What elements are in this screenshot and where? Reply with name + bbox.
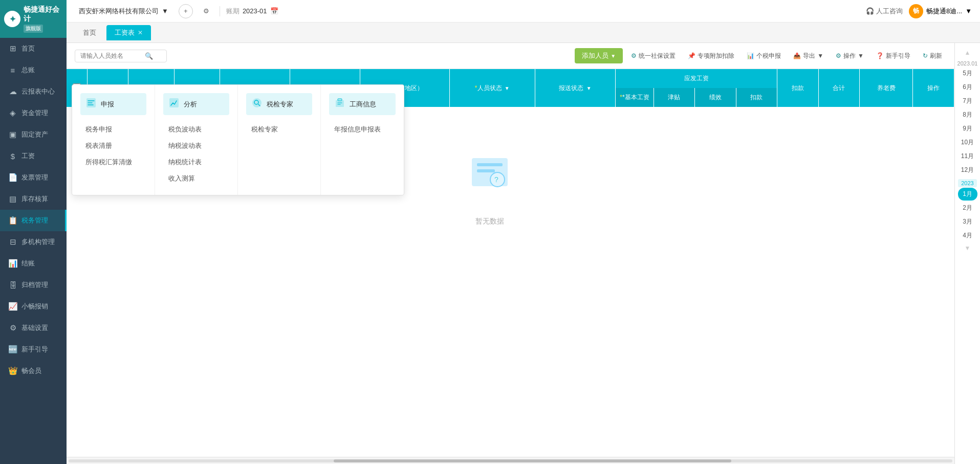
sidebar-item-salary[interactable]: $ 工资: [0, 145, 67, 167]
menu-section-tax-expert: 税检专家 税检专家: [238, 85, 321, 195]
operation-button[interactable]: ⚙ 操作 ▼: [832, 50, 868, 62]
status-label: 人员状态: [477, 84, 502, 92]
social-security-button[interactable]: ⚙ 统一社保设置: [627, 50, 680, 62]
tax-return-button[interactable]: 📊 个税申报: [743, 50, 785, 62]
header-performance: 绩效: [695, 88, 736, 107]
home-icon: ⊞: [8, 44, 17, 53]
menu-item-tax-declaration[interactable]: 税务申报: [80, 121, 146, 138]
empty-text: 暂无数据: [475, 217, 504, 226]
tabbar: 首页 工资表 ✕: [67, 23, 980, 43]
sidebar-item-cloud-report[interactable]: ☁ 云报表中心: [0, 81, 67, 102]
month-item-1[interactable]: 1月: [958, 188, 977, 201]
menu-item-tax-table[interactable]: 税表清册: [80, 138, 146, 154]
income-estimate-label: 收入测算: [168, 174, 195, 182]
allowance-label: 津贴: [668, 94, 680, 101]
month-item-9[interactable]: 9月: [958, 122, 977, 135]
svg-rect-6: [169, 98, 179, 107]
sidebar-item-xiao-report[interactable]: 📈 小畅报销: [0, 296, 67, 317]
sidebar-item-basic[interactable]: ⚙ 基础设置: [0, 317, 67, 339]
social-security-icon: ⚙: [631, 52, 637, 59]
month-item-11[interactable]: 11月: [958, 150, 977, 163]
company-dropdown-icon: ▼: [162, 7, 168, 15]
tax-expert-header: 税检专家: [246, 93, 312, 115]
operation-label: 操作: [843, 52, 856, 60]
settle-icon: 📊: [8, 259, 17, 268]
tax-settlement-label: 所得税汇算清缴: [85, 158, 132, 166]
header-allowance: 津贴: [654, 88, 695, 107]
user-menu[interactable]: 畅 畅捷通8迪... ▼: [909, 4, 972, 18]
menu-item-tax-settlement[interactable]: 所得税汇算清缴: [80, 154, 146, 170]
sidebar-item-invoice[interactable]: 📄 发票管理: [0, 167, 67, 188]
menu-item-payment-fluctuation[interactable]: 纳税波动表: [163, 138, 229, 154]
social-label: 养老费: [877, 84, 896, 92]
special-deduction-icon: 📌: [688, 52, 695, 59]
add-person-dropdown-icon: ▼: [611, 53, 616, 59]
sidebar-item-ledger[interactable]: ≡ 总账: [0, 59, 67, 81]
header-report-status[interactable]: 报送状态 ▼: [535, 69, 616, 107]
action-label: 操作: [927, 84, 940, 92]
sidebar-item-guide[interactable]: 🆕 新手引导: [0, 339, 67, 360]
sidebar-item-salary-label: 工资: [21, 151, 35, 161]
tab-close-icon[interactable]: ✕: [138, 29, 143, 36]
scroll-up-button[interactable]: ▲: [963, 47, 973, 58]
menu-item-payment-stats[interactable]: 纳税统计表: [163, 154, 229, 170]
add-person-button[interactable]: 添加人员 ▼: [575, 48, 623, 63]
sidebar-item-multi-org[interactable]: ⊟ 多机构管理: [0, 231, 67, 253]
tab-salary[interactable]: 工资表 ✕: [106, 25, 151, 40]
menu-item-annual-report[interactable]: 年报信息申报表: [329, 121, 396, 138]
user-dropdown-icon: ▼: [965, 7, 972, 15]
month-item-2[interactable]: 2月: [958, 202, 977, 214]
cloud-icon: ☁: [8, 87, 17, 96]
sidebar-item-basic-label: 基础设置: [21, 323, 48, 333]
help-button[interactable]: 🎧 人工咨询: [866, 7, 903, 16]
horizontal-scrollbar[interactable]: [67, 457, 954, 464]
header-status[interactable]: *人员状态 ▼: [449, 69, 535, 107]
org-icon: ⊟: [8, 237, 17, 247]
sidebar-item-ledger-label: 总账: [21, 65, 35, 75]
menu-section-analysis: 分析 税负波动表 纳税波动表 纳税统计表 收入测算: [155, 85, 238, 195]
sidebar-item-settle[interactable]: 📊 结账: [0, 253, 67, 274]
refresh-button[interactable]: ↻ 刷新: [919, 50, 946, 62]
report-status-filter-icon[interactable]: ▼: [586, 85, 592, 91]
special-deduction-button[interactable]: 📌 专项附加扣除: [684, 50, 738, 62]
search-input-wrapper[interactable]: 🔍: [75, 50, 167, 62]
month-item-8[interactable]: 8月: [958, 108, 977, 121]
tax-icon: 📋: [8, 216, 17, 225]
month-item-10[interactable]: 10月: [958, 136, 977, 149]
status-filter-icon[interactable]: ▼: [505, 85, 510, 91]
menu-item-tax-fluctuation[interactable]: 税负波动表: [163, 121, 229, 138]
sidebar-item-inventory[interactable]: ▤ 库存核算: [0, 188, 67, 210]
calendar-icon[interactable]: 📅: [270, 7, 278, 15]
tab-home[interactable]: 首页: [75, 25, 104, 40]
month-item-12[interactable]: 12月: [958, 164, 977, 176]
add-company-button[interactable]: +: [179, 4, 193, 18]
empty-icon: ?: [464, 148, 515, 209]
sidebar: ✦ 畅捷通好会计 旗舰版 ⊞ 首页 ≡ 总账 ☁ 云报表中心 ◈ 资金管理 ▣ …: [0, 0, 67, 464]
month-item-5[interactable]: 5月: [958, 67, 977, 80]
inventory-icon: ▤: [8, 194, 17, 204]
period-value: 2023-01: [243, 7, 267, 15]
sidebar-item-tax[interactable]: 📋 税务管理: [0, 210, 67, 231]
annual-report-label: 年报信息申报表: [334, 125, 381, 133]
guide-button[interactable]: ❓ 新手引导: [872, 50, 914, 62]
company-selector[interactable]: 西安虾米网络科技有限公司 ▼: [75, 5, 172, 18]
month-item-3[interactable]: 3月: [958, 215, 977, 228]
sidebar-item-home[interactable]: ⊞ 首页: [0, 38, 67, 59]
scroll-down-button[interactable]: ▼: [963, 242, 973, 254]
sidebar-item-member[interactable]: 👑 畅会员: [0, 360, 67, 382]
sidebar-item-fund[interactable]: ◈ 资金管理: [0, 102, 67, 124]
menu-item-income-estimate[interactable]: 收入测算: [163, 170, 229, 187]
month-item-6[interactable]: 6月: [958, 81, 977, 94]
company-settings-button[interactable]: ⚙: [199, 4, 213, 18]
export-button[interactable]: 📤 导出 ▼: [789, 50, 827, 62]
menu-item-tax-expert[interactable]: 税检专家: [246, 121, 312, 138]
sidebar-item-archive[interactable]: 🗄 归档管理: [0, 274, 67, 296]
month-item-7[interactable]: 7月: [958, 95, 977, 107]
sidebar-item-fixed-assets[interactable]: ▣ 固定资产: [0, 124, 67, 145]
business-info-header: 工商信息: [329, 93, 396, 115]
search-input[interactable]: [80, 52, 142, 59]
month-item-4[interactable]: 4月: [958, 229, 977, 242]
declaration-header: 申报: [80, 93, 146, 115]
scrollbar-thumb[interactable]: [334, 459, 731, 462]
header-deduction: 扣款: [777, 69, 819, 107]
